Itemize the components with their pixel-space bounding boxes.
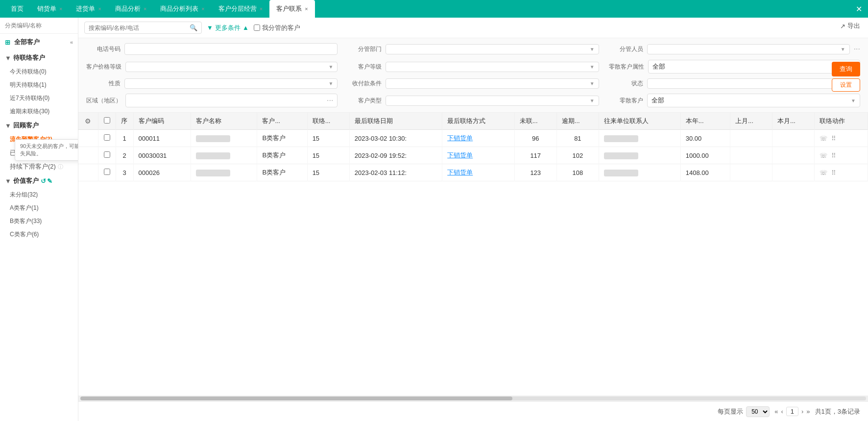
select-all-checkbox[interactable] bbox=[104, 117, 110, 124]
filter-select-gender[interactable]: ▼ bbox=[124, 78, 338, 89]
close-tab-purchase[interactable]: × bbox=[98, 6, 101, 12]
sidebar-item-tomorrow[interactable]: 明天待联络(1) bbox=[0, 78, 78, 92]
sidebar-item-unsorted[interactable]: 未分组(32) bbox=[0, 188, 78, 201]
nav-tab-customer-layer[interactable]: 客户分层经营 × bbox=[212, 0, 269, 18]
pagination-prev[interactable]: ‹ bbox=[781, 408, 783, 415]
chevron-down-icon-7: ▼ bbox=[590, 81, 595, 86]
close-tab-goods-analysis[interactable]: × bbox=[144, 6, 146, 12]
search-submit-icon[interactable]: 🔍 bbox=[190, 24, 197, 31]
manager-dots[interactable]: ··· bbox=[854, 45, 860, 53]
filter-select-manager[interactable]: ▼ bbox=[647, 44, 850, 54]
method-link-2[interactable]: 下销货单 bbox=[447, 151, 473, 159]
refresh-icon[interactable]: ↺ bbox=[41, 177, 46, 185]
col-last-month: 上月... bbox=[730, 113, 772, 130]
table-footer: 每页显示 50 « ‹ 1 › » 共1页，3条记录 bbox=[78, 401, 868, 421]
sidebar-search-input[interactable] bbox=[5, 22, 78, 29]
row-checkbox-2[interactable] bbox=[104, 151, 110, 158]
nav-tab-customer-contact[interactable]: 客户联系 × bbox=[269, 0, 314, 18]
chevron-up-icon: ▲ bbox=[242, 24, 249, 31]
row-checkbox-1[interactable] bbox=[104, 134, 110, 141]
row-date-2: 2023-02-09 19:52: bbox=[349, 147, 442, 164]
pagination-next[interactable]: › bbox=[801, 408, 803, 415]
chevron-down-icon-4: ▼ bbox=[590, 64, 595, 70]
export-button[interactable]: ↗ 导出 bbox=[840, 22, 860, 30]
query-button[interactable]: 查询 bbox=[832, 62, 860, 76]
filter-label-phone: 电话号码 bbox=[86, 45, 121, 53]
window-close-button[interactable]: ✕ bbox=[856, 4, 862, 14]
table-settings-icon[interactable]: ⚙ bbox=[85, 117, 91, 125]
filter-label-region: 区域（地区） bbox=[86, 97, 121, 105]
sidebar-section-pending[interactable]: ▼ 待联络客户 bbox=[0, 50, 78, 65]
filter-row-price-level: 客户价格等级 ▼ bbox=[86, 60, 338, 74]
sidebar-section-review[interactable]: ▼ 回顾客户 bbox=[0, 118, 78, 133]
sidebar-item-overdue[interactable]: 逾期未联络(30) bbox=[0, 105, 78, 118]
sidebar-item-declining[interactable]: 持续下滑客户(2) ⓘ bbox=[0, 160, 78, 173]
row-action-phone-3[interactable]: ☏ bbox=[820, 169, 827, 176]
row-index-2: 2 bbox=[116, 147, 133, 164]
close-tab-goods-list[interactable]: × bbox=[201, 6, 204, 12]
close-tab-customer-layer[interactable]: × bbox=[260, 6, 263, 12]
pagination-last[interactable]: » bbox=[806, 408, 810, 415]
filter-row-gender: 性质 ▼ bbox=[86, 78, 338, 89]
nav-tab-goods-analysis[interactable]: 商品分析 × bbox=[108, 0, 153, 18]
collapse-icon: « bbox=[70, 39, 73, 45]
sidebar-item-today[interactable]: 今天待联络(0) bbox=[0, 65, 78, 78]
sidebar-item-c-class[interactable]: C类客户(6) bbox=[0, 228, 78, 241]
filter-input-phone[interactable] bbox=[124, 43, 338, 55]
more-conditions-button[interactable]: ▼ 更多条件 ▲ bbox=[207, 24, 249, 32]
row-action-more-3[interactable]: ⠿ bbox=[831, 169, 836, 176]
nav-tab-purchase[interactable]: 进货单 × bbox=[69, 0, 108, 18]
filter-select-dept[interactable]: ▼ bbox=[386, 44, 599, 54]
sidebar-item-7days[interactable]: 近7天待联络(0) bbox=[0, 92, 78, 105]
horizontal-scrollbar[interactable] bbox=[78, 396, 868, 401]
region-dots[interactable]: ··· bbox=[327, 96, 333, 105]
sidebar-item-b-class[interactable]: B类客户(33) bbox=[0, 215, 78, 228]
row-code-2: 00030031 bbox=[133, 147, 191, 164]
filter-select-region[interactable]: ··· bbox=[125, 94, 338, 107]
filter-select-price-level[interactable]: ▼ bbox=[125, 62, 338, 72]
sidebar-all-customers[interactable]: ⊞ 全部客户 « bbox=[0, 34, 78, 50]
filter-row-customer-level: 客户等级 ▼ bbox=[347, 60, 599, 74]
scrollbar-track bbox=[80, 396, 866, 400]
close-tab-customer-contact[interactable]: × bbox=[305, 6, 308, 12]
row-action-more-2[interactable]: ⠿ bbox=[831, 152, 836, 159]
edit-icon[interactable]: ✎ bbox=[47, 177, 52, 185]
search-input[interactable] bbox=[89, 25, 187, 31]
settings-button[interactable]: 设置 bbox=[832, 78, 860, 92]
sidebar-item-a-class[interactable]: A类客户(1) bbox=[0, 201, 78, 215]
row-action-more-1[interactable]: ⠿ bbox=[831, 135, 836, 142]
action-buttons: 查询 设置 bbox=[832, 62, 860, 92]
filter-select-zero-customer[interactable]: 全部 ▼ bbox=[647, 94, 860, 107]
filter-select-zero-attr[interactable]: 全部 ▼ bbox=[648, 60, 860, 74]
row-last-month-3 bbox=[730, 164, 772, 181]
scrollbar-thumb[interactable] bbox=[80, 396, 512, 400]
filter-select-customer-type[interactable]: ▼ bbox=[386, 96, 599, 106]
sidebar-section-value[interactable]: ▼ 价值客户 ↺ ✎ bbox=[0, 173, 78, 188]
filter-select-payment[interactable]: ▼ bbox=[386, 78, 599, 89]
nav-tab-sales[interactable]: 销货单 × bbox=[30, 0, 69, 18]
nav-tab-goods-list[interactable]: 商品分析列表 × bbox=[153, 0, 211, 18]
filter-row-payment: 收付款条件 ▼ bbox=[347, 78, 599, 89]
table-row: 1 000011 B类客户 15 2023-03-02 10:30: 下销货单 … bbox=[78, 130, 868, 147]
filter-bar: 🔍 ▼ 更多条件 ▲ 我分管的客户 ↗ 导出 bbox=[78, 18, 868, 38]
close-tab-sales[interactable]: × bbox=[59, 6, 62, 12]
per-page-select[interactable]: 50 bbox=[746, 406, 770, 417]
pagination-first[interactable]: « bbox=[774, 408, 778, 415]
table-row: 3 000026 B类客户 15 2023-02-03 11:12: 下销货单 … bbox=[78, 164, 868, 181]
method-link-1[interactable]: 下销货单 bbox=[447, 134, 473, 142]
my-customers-checkbox[interactable] bbox=[254, 25, 260, 31]
method-link-3[interactable]: 下销货单 bbox=[447, 169, 473, 176]
row-checkbox-3[interactable] bbox=[104, 169, 110, 175]
chevron-down-icon-2: ▼ bbox=[841, 47, 845, 52]
filter-label-manager: 分管人员 bbox=[609, 45, 643, 53]
pagination-nav: « ‹ 1 › » bbox=[774, 407, 810, 416]
filter-select-customer-level[interactable]: ▼ bbox=[386, 62, 599, 72]
row-action-phone-2[interactable]: ☏ bbox=[820, 152, 827, 159]
nav-home[interactable]: 首页 bbox=[4, 0, 30, 18]
row-action-phone-1[interactable]: ☏ bbox=[820, 135, 827, 142]
filter-label-customer-type: 客户类型 bbox=[347, 97, 382, 105]
filter-select-status[interactable]: ▼ bbox=[647, 78, 860, 89]
row-name-3 bbox=[191, 164, 257, 181]
chevron-down-icon-6: ▼ bbox=[328, 81, 333, 86]
row-this-month-3 bbox=[772, 164, 815, 181]
